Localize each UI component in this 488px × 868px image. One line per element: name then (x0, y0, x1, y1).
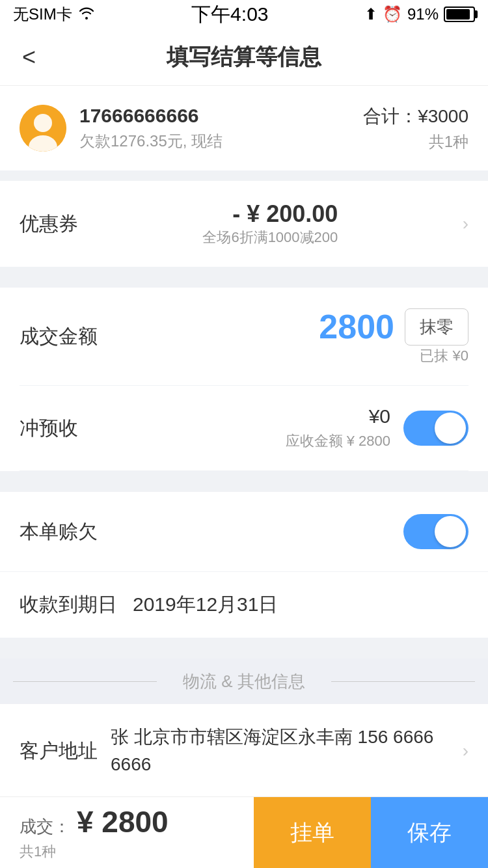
amount-col: 2800 抹零 已抹 ¥0 (319, 307, 468, 366)
prepay-row: 冲预收 ¥0 应收金额 ¥ 2800 (20, 386, 468, 471)
customer-left: 17666666666 欠款1276.35元, 现结 (20, 105, 223, 152)
location-icon: ⬆ (364, 5, 377, 23)
customer-debt: 欠款1276.35元, 现结 (79, 131, 223, 152)
coupon-description: 全场6折满1000减200 (202, 228, 338, 247)
amount-value: 2800 (319, 307, 394, 346)
separator-1 (0, 277, 488, 288)
coupon-row[interactable]: 优惠券 - ¥ 200.00 全场6折满1000减200 › (0, 181, 488, 267)
amount-right: 2800 抹零 (319, 307, 468, 346)
address-value: 张 北京市市辖区海淀区永丰南 156 6666 6666 (111, 724, 450, 778)
logistics-divider: 物流 & 其他信息 (0, 658, 488, 704)
due-date-value: 2019年12月31日 (133, 591, 278, 618)
battery-icon (444, 7, 475, 22)
address-chevron-icon: › (463, 740, 468, 761)
total-label: 合计：¥3000 (363, 104, 468, 129)
status-time: 下午4:03 (191, 1, 268, 28)
status-left: 无SIM卡 (13, 4, 96, 25)
page-title: 填写结算等信息 (167, 42, 321, 72)
svg-point-1 (34, 114, 52, 132)
prepay-right: ¥0 应收金额 ¥ 2800 (286, 405, 468, 451)
alarm-icon: ⏰ (383, 5, 402, 23)
separator-2 (0, 471, 488, 481)
customer-phone: 17666666666 (79, 105, 223, 127)
debt-toggle[interactable] (403, 514, 468, 549)
coupon-amount: - ¥ 200.00 (202, 200, 338, 228)
divider-line-left (13, 681, 157, 682)
bottom-bar: 成交： ¥ 2800 共1种 挂单 保存 (0, 796, 488, 868)
due-date-section: 收款到期日 2019年12月31日 (0, 571, 488, 638)
avatar (20, 105, 66, 152)
item-count: 共1种 (363, 131, 468, 152)
prepay-amounts: ¥0 应收金额 ¥ 2800 (286, 405, 390, 451)
divider-line-right (331, 681, 475, 682)
debt-label: 本单赊欠 (20, 519, 98, 545)
separator-3 (0, 638, 488, 648)
save-button[interactable]: 保存 (371, 797, 488, 869)
bottom-transaction-amount: ¥ 2800 (77, 804, 169, 839)
content: 17666666666 欠款1276.35元, 现结 合计：¥3000 共1种 … (0, 86, 488, 868)
due-date-label: 收款到期日 (20, 591, 117, 618)
carrier-text: 无SIM卡 (13, 4, 72, 25)
coupon-label: 优惠券 (20, 211, 78, 237)
wifi-icon (77, 5, 96, 23)
customer-right: 合计：¥3000 共1种 (363, 104, 468, 152)
debt-section: 本单赊欠 (0, 492, 488, 571)
prepay-toggle[interactable] (403, 411, 468, 446)
bottom-total: 成交： ¥ 2800 共1种 (0, 804, 254, 861)
bottom-item-count: 共1种 (20, 842, 234, 861)
back-button[interactable]: < (16, 37, 42, 77)
prepay-amount: ¥0 (369, 405, 390, 427)
logistics-label: 物流 & 其他信息 (183, 670, 305, 693)
nav-bar: < 填写结算等信息 (0, 29, 488, 86)
address-label: 客户地址 (20, 738, 98, 765)
bottom-transaction-label: 成交： (20, 815, 70, 838)
debt-row: 本单赊欠 (20, 492, 468, 571)
transaction-amount-row: 成交金额 2800 抹零 已抹 ¥0 (20, 288, 468, 386)
chevron-right-icon: › (463, 213, 468, 234)
amount-label: 成交金额 (20, 323, 98, 350)
rounded-off-text: 已抹 ¥0 (420, 346, 468, 366)
customer-card: 17666666666 欠款1276.35元, 现结 合计：¥3000 共1种 (0, 86, 488, 170)
toggle-knob (435, 413, 466, 444)
battery-percent: 91% (407, 5, 439, 23)
coupon-info: - ¥ 200.00 全场6折满1000减200 (202, 200, 338, 247)
status-bar: 无SIM卡 下午4:03 ⬆ ⏰ 91% (0, 0, 488, 29)
hold-button[interactable]: 挂单 (254, 797, 371, 869)
debt-toggle-knob (435, 516, 466, 547)
amount-section: 成交金额 2800 抹零 已抹 ¥0 冲预收 ¥0 应收金额 ¥ 2800 (0, 288, 488, 471)
receivable-text: 应收金额 ¥ 2800 (286, 431, 390, 451)
round-off-button[interactable]: 抹零 (405, 308, 468, 346)
status-right: ⬆ ⏰ 91% (364, 5, 475, 23)
prepay-label: 冲预收 (20, 415, 78, 442)
total-amount: ¥3000 (418, 106, 468, 126)
customer-info: 17666666666 欠款1276.35元, 现结 (79, 105, 223, 152)
address-section[interactable]: 客户地址 张 北京市市辖区海淀区永丰南 156 6666 6666 › (0, 704, 488, 798)
bottom-total-row: 成交： ¥ 2800 (20, 804, 234, 839)
